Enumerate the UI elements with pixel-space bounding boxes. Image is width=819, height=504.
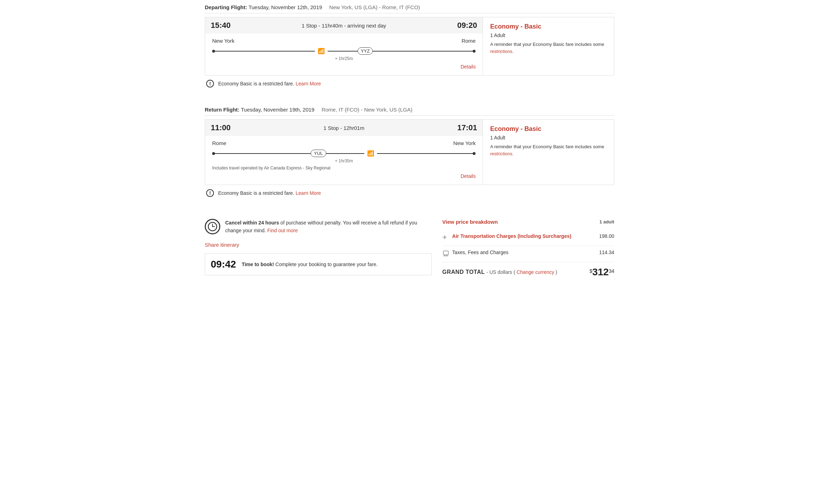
air-transport-amount: 198.00: [593, 233, 614, 239]
timer-text-rest: Complete your booking to guarantee your …: [274, 262, 377, 267]
departing-label: Departing Flight:: [205, 4, 247, 10]
svg-text:✈: ✈: [442, 234, 447, 240]
return-layover-time: + 1hr35m: [212, 158, 476, 163]
return-stop-badge-wrapper: YUL: [311, 150, 326, 157]
taxes-label-group: Taxes, Fees and Charges: [442, 250, 593, 258]
return-arr-time: 17:01: [457, 123, 477, 132]
departing-learn-more-link[interactable]: Learn More: [296, 81, 321, 86]
return-fare-title: Economy - Basic: [490, 125, 607, 133]
departing-flight-section: 15:40 1 Stop - 11hr40m - arriving next d…: [205, 17, 614, 92]
bottom-section: Cancel within 24 hours of purchase witho…: [205, 219, 614, 278]
bottom-left-panel: Cancel within 24 hours of purchase witho…: [205, 219, 442, 278]
return-label: Return Flight:: [205, 107, 239, 113]
timer-text: Time to book! Complete your booking to g…: [242, 262, 378, 267]
departing-stop-info: 1 Stop - 11hr40m - arriving next day: [302, 23, 386, 29]
adult-label: 1 adult: [599, 219, 614, 224]
price-breakdown-panel: View price breakdown 1 adult ✈ Air Trans…: [442, 219, 614, 278]
cancel-policy-block: Cancel within 24 hours of purchase witho…: [205, 219, 432, 235]
return-restricted-notice: ! Economy Basic is a restricted fare. Le…: [205, 185, 614, 201]
taxes-row: Taxes, Fees and Charges 114.34: [442, 246, 614, 262]
grand-total-label-group: GRAND TOTAL - US dollars ( Change curren…: [442, 269, 557, 275]
departing-cities-row: New York Rome: [212, 38, 476, 44]
return-cities-row: Rome New York: [212, 140, 476, 146]
departing-wifi-icon: 📶: [318, 48, 325, 54]
share-itinerary-link[interactable]: Share itinerary: [205, 242, 432, 248]
change-currency-link[interactable]: Change currency: [516, 269, 554, 275]
return-flight-right: Economy - Basic 1 Adult A reminder that …: [483, 120, 614, 185]
return-to-city: New York: [453, 140, 476, 146]
return-notice-icon: !: [206, 189, 214, 197]
return-origin-dot: [212, 152, 215, 155]
return-stop-badge: YUL: [311, 150, 326, 157]
departing-dest-dot: [473, 50, 476, 53]
return-fare-note-prefix: A reminder that your Economy Basic fare …: [490, 144, 604, 149]
departing-layover-time: + 1hr25m: [212, 56, 476, 61]
return-restrictions-link[interactable]: restrictions.: [490, 151, 513, 156]
return-learn-more-link[interactable]: Learn More: [296, 190, 321, 196]
return-times-bar: 11:00 1 Stop - 12hr01m 17:01: [205, 120, 483, 136]
section-gap-1: [205, 92, 614, 102]
taxes-icon: [442, 250, 449, 258]
departing-stop-badge: YYZ: [358, 47, 373, 55]
return-line-left: [215, 153, 311, 154]
air-transport-row: ✈ Air Transportation Charges (Including …: [442, 230, 614, 246]
departing-notice-icon: !: [206, 80, 214, 88]
view-price-breakdown-link[interactable]: View price breakdown: [442, 219, 498, 225]
return-route-line: YUL 📶: [212, 150, 476, 157]
grand-total-main: 312: [592, 266, 609, 277]
departing-fare-adult: 1 Adult: [490, 32, 607, 38]
return-line-right: [377, 153, 473, 154]
departing-dep-time: 15:40: [211, 21, 231, 30]
return-flight-section: 11:00 1 Stop - 12hr01m 17:01 Rome New Yo…: [205, 119, 614, 201]
svg-rect-4: [443, 251, 448, 255]
departing-date: Tuesday, November 12th, 2019: [249, 4, 322, 10]
departing-line-left: [215, 51, 315, 52]
cancel-policy-text: Cancel within 24 hours of purchase witho…: [225, 219, 432, 235]
find-out-more-link[interactable]: Find out more: [267, 228, 298, 233]
return-from-city: Rome: [212, 140, 226, 146]
departing-restricted-notice: ! Economy Basic is a restricted fare. Le…: [205, 76, 614, 92]
return-flight-card: 11:00 1 Stop - 12hr01m 17:01 Rome New Yo…: [205, 119, 614, 185]
return-operated-by: Includes travel operated by Air Canada E…: [212, 166, 476, 170]
grand-total-label: GRAND TOTAL: [442, 269, 485, 275]
return-date: Tuesday, November 19th, 2019: [241, 107, 314, 113]
timer-box: 09:42 Time to book! Complete your bookin…: [205, 253, 432, 275]
departing-fare-title: Economy - Basic: [490, 23, 607, 30]
departing-arr-time: 09:20: [457, 21, 477, 30]
departing-times-bar: 15:40 1 Stop - 11hr40m - arriving next d…: [205, 17, 483, 34]
departing-flight-card: 15:40 1 Stop - 11hr40m - arriving next d…: [205, 17, 614, 76]
departing-fare-note-prefix: A reminder that your Economy Basic fare …: [490, 42, 604, 47]
currency-label: - US dollars (: [486, 269, 515, 275]
return-details-wrapper: Details: [212, 173, 476, 179]
grand-total-row: GRAND TOTAL - US dollars ( Change curren…: [442, 262, 614, 278]
timer-time: 09:42: [211, 259, 236, 270]
taxes-label: Taxes, Fees and Charges: [452, 250, 509, 255]
departing-details-link[interactable]: Details: [461, 64, 476, 70]
departing-line-right: [373, 51, 473, 52]
air-transport-label-group: ✈ Air Transportation Charges (Including …: [442, 233, 593, 242]
cancel-bold: Cancel within 24 hours: [225, 220, 279, 226]
currency-close: ): [556, 269, 557, 275]
departing-from-city: New York: [212, 38, 234, 44]
return-notice-text: Economy Basic is a restricted fare.: [218, 190, 294, 196]
departing-flight-header: Departing Flight: Tuesday, November 12th…: [205, 0, 614, 13]
return-fare-adult: 1 Adult: [490, 135, 607, 140]
departing-fare-note: A reminder that your Economy Basic fare …: [490, 41, 607, 55]
price-breakdown-header: View price breakdown 1 adult: [442, 219, 614, 225]
section-gap-2: [205, 201, 614, 212]
departing-details-wrapper: Details: [212, 64, 476, 70]
departing-origin-dot: [212, 50, 215, 53]
air-transport-label: Air Transportation Charges (Including Su…: [452, 233, 572, 239]
return-details-link[interactable]: Details: [461, 173, 476, 179]
departing-restrictions-link[interactable]: restrictions.: [490, 49, 513, 54]
return-route: Rome, IT (FCO) - New York, US (LGA): [322, 107, 412, 113]
taxes-amount: 114.34: [593, 250, 614, 255]
departing-flight-left: 15:40 1 Stop - 11hr40m - arriving next d…: [205, 17, 483, 75]
grand-total-dollar: $: [590, 268, 592, 274]
grand-total-cents: 34: [609, 268, 614, 274]
clock-svg: [208, 222, 217, 232]
departing-line-mid: [328, 51, 358, 52]
air-transport-label-bold: Air Transportation Charges (Including Su…: [452, 233, 572, 239]
return-wifi-icon: 📶: [367, 150, 374, 157]
return-dest-dot: [473, 152, 476, 155]
